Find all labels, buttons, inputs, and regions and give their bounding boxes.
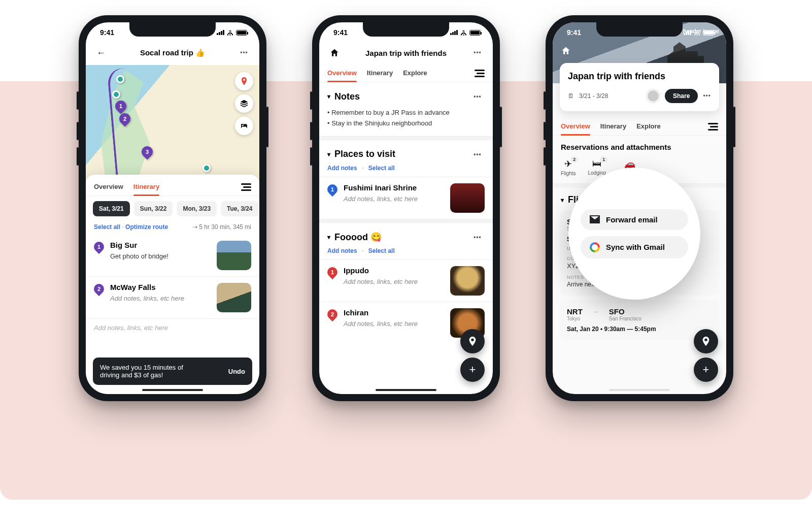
- poi-item[interactable]: 1 Big Sur Get photo of bridge!: [86, 235, 259, 276]
- date-chip[interactable]: Sun, 3/22: [134, 201, 173, 216]
- status-time: 9:41: [333, 28, 348, 37]
- add-notes-link[interactable]: Add notes: [327, 247, 357, 254]
- tab-itinerary[interactable]: Itinerary: [133, 179, 159, 196]
- map-fab[interactable]: [694, 329, 718, 353]
- menu-button[interactable]: [475, 70, 485, 77]
- add-fab[interactable]: +: [460, 358, 485, 382]
- section-more-button[interactable]: [470, 230, 485, 244]
- poi-name: Big Sur: [110, 241, 211, 249]
- battery-icon: [703, 30, 714, 36]
- date-chip[interactable]: Mon, 3/23: [177, 201, 217, 216]
- tab-explore[interactable]: Explore: [636, 118, 661, 135]
- envelope-icon: [590, 215, 600, 223]
- import-options-callout: Forward email Sync with Gmail: [568, 168, 700, 300]
- section-more-button[interactable]: [470, 89, 485, 104]
- tab-overview[interactable]: Overview: [561, 118, 590, 135]
- lodging-button[interactable]: [235, 117, 253, 135]
- add-notes-link[interactable]: Add notes: [327, 165, 357, 172]
- poi-item[interactable]: 1 Ippudo Add notes, links, etc here: [319, 260, 493, 302]
- from-city: Tokyo: [567, 316, 583, 321]
- optimize-route-link[interactable]: Optimize route: [125, 223, 168, 231]
- home-button[interactable]: [327, 46, 342, 60]
- add-fab[interactable]: +: [694, 358, 718, 382]
- bed-icon: 🛏1: [592, 158, 601, 169]
- signal-icon: [217, 30, 224, 35]
- status-time: 9:41: [100, 28, 114, 37]
- more-button[interactable]: [703, 92, 711, 100]
- to-city: San Francisco: [609, 316, 641, 321]
- res-label: Flights: [561, 171, 576, 176]
- poi-thumbnail: [217, 283, 251, 312]
- poi-note: Get photo of bridge!: [110, 252, 211, 260]
- map-fab[interactable]: [460, 329, 485, 353]
- tab-itinerary[interactable]: Itinerary: [367, 65, 393, 82]
- poi-note-placeholder[interactable]: Add notes, links, etc here: [344, 278, 444, 285]
- poi-number: 1: [97, 244, 100, 250]
- tab-overview[interactable]: Overview: [327, 65, 357, 82]
- poi-note-placeholder[interactable]: Add notes, links, etc here: [344, 320, 444, 328]
- select-all-link[interactable]: Select all: [94, 223, 120, 231]
- flight-card[interactable]: NRTTokyo → SFOSan Francisco Sat, Jan 20 …: [560, 300, 719, 340]
- map-view[interactable]: 1 2 3 4: [86, 65, 259, 192]
- poi-item[interactable]: 1 Fushimi Inari Shrine Add notes, links,…: [319, 177, 493, 219]
- wifi-icon: [460, 30, 467, 36]
- home-button[interactable]: [561, 46, 571, 58]
- battery-icon: [469, 30, 481, 36]
- phone-japan-overview: 9:41 Japan trip with friends Overview It…: [312, 15, 500, 401]
- tab-explore[interactable]: Explore: [403, 65, 427, 82]
- share-button[interactable]: Share: [665, 89, 698, 103]
- section-more-button[interactable]: [470, 147, 485, 161]
- svg-point-0: [243, 79, 245, 81]
- chevron-down-icon[interactable]: ▾: [327, 93, 330, 100]
- forward-email-option[interactable]: Forward email: [581, 209, 688, 230]
- layers-button[interactable]: [235, 94, 253, 113]
- google-icon: [590, 242, 600, 252]
- poi-thumbnail: [217, 241, 251, 270]
- undo-button[interactable]: Undo: [228, 368, 245, 375]
- poi-note-placeholder[interactable]: Add notes, links, etc here: [344, 195, 444, 203]
- poi-item[interactable]: 2 McWay Falls Add notes, links, etc here: [86, 277, 259, 318]
- menu-button[interactable]: [241, 183, 251, 191]
- section-title-places: Places to visit: [334, 149, 395, 159]
- more-button[interactable]: [470, 46, 485, 60]
- plane-icon: ✈2: [564, 158, 572, 170]
- wifi-icon: [693, 30, 701, 36]
- res-lodging[interactable]: 🛏1 Lodging: [588, 158, 606, 176]
- chevron-down-icon[interactable]: ▾: [561, 197, 564, 204]
- route-icon: ⇢: [192, 223, 197, 231]
- section-title-food: Fooood 😋: [334, 232, 382, 243]
- date-chip[interactable]: Sat, 3/21: [93, 201, 130, 216]
- date-chip[interactable]: Tue, 3/24: [221, 201, 258, 216]
- note-line: Remember to buy a JR Pass in advance: [331, 109, 450, 116]
- res-flights[interactable]: ✈2 Flights: [561, 158, 576, 176]
- back-button[interactable]: ←: [94, 46, 108, 60]
- poi-name: Fushimi Inari Shrine: [344, 183, 444, 192]
- avatar[interactable]: [647, 89, 660, 103]
- map-provider-button[interactable]: [235, 72, 253, 90]
- poi-number: 2: [97, 286, 100, 292]
- phone-socal: 9:41 ← Socal road trip 👍 1 2 3: [79, 15, 266, 401]
- tab-itinerary[interactable]: Itinerary: [600, 118, 626, 135]
- select-all-link[interactable]: Select all: [368, 165, 395, 172]
- more-button[interactable]: [237, 46, 251, 60]
- option-label: Forward email: [606, 215, 658, 224]
- menu-button[interactable]: [708, 123, 718, 131]
- tab-overview[interactable]: Overview: [94, 179, 123, 196]
- chevron-down-icon[interactable]: ▾: [327, 234, 330, 241]
- poi-name: McWay Falls: [110, 283, 211, 291]
- battery-icon: [236, 30, 247, 36]
- poi-note-placeholder[interactable]: Add notes, links, etc here: [110, 295, 211, 302]
- poi-thumbnail: [450, 266, 485, 296]
- option-label: Sync with Gmail: [606, 243, 665, 251]
- status-time: 9:41: [567, 28, 581, 37]
- poi-name: Ippudo: [344, 266, 444, 275]
- page-title: Japan trip with friends: [342, 49, 470, 57]
- poi-number: 2: [331, 311, 334, 317]
- select-all-link[interactable]: Select all: [368, 247, 395, 254]
- poi-note-placeholder[interactable]: Add notes, links, etc here: [86, 319, 259, 337]
- notes-content[interactable]: • Remember to buy a JR Pass in advance •…: [319, 107, 493, 136]
- sync-gmail-option[interactable]: Sync with Gmail: [581, 236, 688, 258]
- chevron-down-icon[interactable]: ▾: [327, 151, 330, 158]
- poi-thumbnail: [450, 183, 485, 213]
- to-code: SFO: [609, 307, 641, 316]
